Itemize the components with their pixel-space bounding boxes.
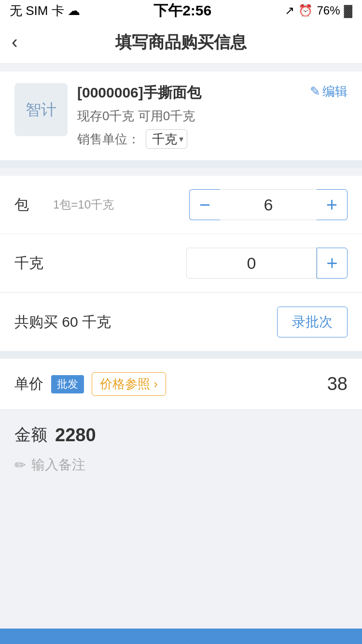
status-right: ↗ ⏰ 76% ▓ [285, 4, 352, 17]
price-row: 单价 批发 价格参照 › 38 [14, 372, 348, 396]
nav-bar: ‹ 填写商品购买信息 [0, 21, 362, 64]
kg-plus-button[interactable]: + [317, 248, 348, 279]
divider-1 [0, 160, 362, 168]
bao-plus-button[interactable]: + [317, 189, 348, 220]
edit-icon: ✎ [310, 84, 320, 99]
back-button[interactable]: ‹ [12, 32, 18, 53]
kg-quantity-controls: + [186, 248, 348, 279]
alarm-icon: ⏰ [298, 4, 313, 17]
price-value: 38 [327, 374, 348, 394]
bao-sublabel: 1包=10千克 [53, 197, 189, 212]
price-section: 单价 批发 价格参照 › 38 [0, 359, 362, 409]
amount-label: 金额 [14, 424, 47, 446]
product-thumbnail: 智计 [14, 83, 68, 136]
price-tag: 批发 [51, 375, 84, 393]
unit-select[interactable]: 千克 [146, 129, 187, 149]
battery-text: 76% [317, 4, 340, 17]
batch-button[interactable]: 录批次 [277, 307, 348, 337]
edit-label: 编辑 [322, 83, 348, 100]
bao-label: 包 [14, 195, 53, 215]
divider-2 [0, 351, 362, 359]
remark-row[interactable]: ✏ 输入备注 [14, 456, 348, 484]
bao-row: 包 1包=10千克 − + [0, 176, 362, 234]
location-icon: ↗ [285, 4, 294, 17]
product-card: 智计 [0000006]手撕面包 ✎ 编辑 现存0千克 可用0千克 销售单位： … [0, 71, 362, 160]
empty-area [0, 484, 362, 629]
bao-quantity-input[interactable] [220, 189, 317, 220]
unit-select-wrapper[interactable]: 千克 [146, 129, 187, 149]
status-time: 下午2:56 [153, 1, 211, 21]
sim-text: 无 SIM 卡 ☁ [10, 2, 80, 19]
quantity-section: 包 1包=10千克 − + 千克 + 共购买 60 千克 录批次 [0, 176, 362, 351]
bao-quantity-controls: − + [189, 189, 348, 220]
amount-section: 金额 2280 ✏ 输入备注 [0, 410, 362, 484]
confirm-button[interactable]: 确定 [0, 629, 362, 644]
price-label: 单价 [14, 374, 43, 394]
unit-label: 销售单位： [77, 131, 140, 148]
product-info: [0000006]手撕面包 ✎ 编辑 现存0千克 可用0千克 销售单位： 千克 [77, 83, 348, 149]
remark-placeholder: 输入备注 [31, 456, 85, 474]
total-text: 共购买 60 千克 [14, 312, 111, 332]
product-logo: 智计 [26, 100, 56, 119]
edit-button[interactable]: ✎ 编辑 [310, 83, 348, 100]
price-reference-button[interactable]: 价格参照 › [92, 372, 166, 396]
product-stock: 现存0千克 可用0千克 [77, 108, 348, 125]
total-row: 共购买 60 千克 录批次 [0, 293, 362, 351]
status-bar: 无 SIM 卡 ☁ 下午2:56 ↗ ⏰ 76% ▓ [0, 0, 362, 21]
kg-label: 千克 [14, 253, 53, 273]
kg-quantity-input[interactable] [186, 248, 317, 279]
battery-icon: ▓ [344, 4, 353, 17]
product-title: [0000006]手撕面包 [77, 83, 310, 103]
amount-row: 金额 2280 [14, 424, 348, 446]
product-unit-row: 销售单位： 千克 [77, 129, 348, 149]
status-left: 无 SIM 卡 ☁ [10, 2, 80, 19]
page-title: 填写商品购买信息 [115, 31, 247, 54]
product-title-row: [0000006]手撕面包 ✎ 编辑 [77, 83, 348, 103]
kg-row: 千克 + [0, 234, 362, 293]
bao-minus-button[interactable]: − [189, 189, 220, 220]
amount-value: 2280 [55, 425, 96, 446]
pencil-icon: ✏ [14, 457, 26, 473]
